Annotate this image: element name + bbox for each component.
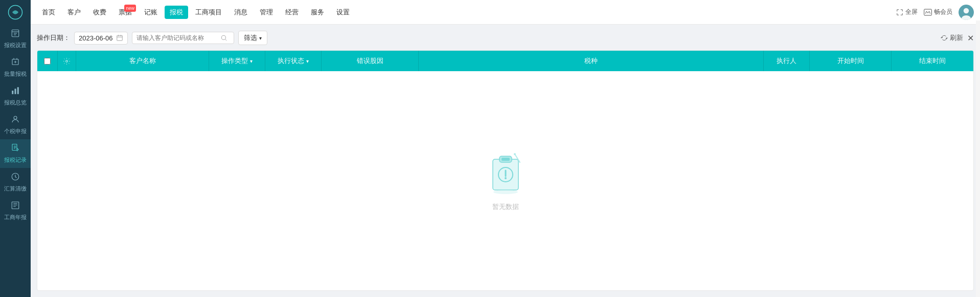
filter-button[interactable]: 筛选 ▾ (238, 31, 267, 45)
baoshui-shezhi-icon (11, 29, 20, 40)
sidebar-item-label: 报税总览 (4, 99, 27, 107)
vip-icon (924, 9, 932, 16)
sidebar-item-baoshui-shezhi[interactable]: 报税设置 (0, 25, 31, 53)
search-input[interactable] (136, 34, 218, 41)
table-body: 暂无数据 (37, 71, 973, 290)
sidebar-item-baoshui-zonglam[interactable]: 报税总览 (0, 82, 31, 111)
sidebar-item-piliang-baoshui[interactable]: 批量报税 (0, 53, 31, 82)
th-name: 客户名称 (76, 51, 209, 71)
sidebar-item-label: 工商年报 (4, 214, 27, 221)
toolbar-right: 刷新 ✕ (941, 33, 974, 43)
svg-rect-17 (117, 35, 122, 40)
nav-item-jizhang[interactable]: 记账 (139, 6, 163, 19)
nav-item-gongshang-xiangmu[interactable]: 工商项目 (190, 6, 227, 19)
empty-svg (485, 150, 526, 196)
nav-item-piaoju[interactable]: 票据 new (113, 6, 137, 19)
geshuishen-bao-icon (11, 115, 20, 126)
date-value: 2023-06-06 (79, 34, 113, 42)
nav-item-fuwu[interactable]: 服务 (306, 6, 329, 19)
nav-item-kehu[interactable]: 客户 (62, 6, 86, 19)
filter-label: 筛选 (244, 33, 257, 43)
sidebar-item-label: 个税申报 (4, 128, 27, 135)
select-all-checkbox[interactable] (44, 58, 51, 65)
th-optype[interactable]: 操作类型 ▾ (209, 51, 265, 71)
vip-button[interactable]: 畅会员 (924, 8, 952, 16)
content-area: 操作日期： 2023-06-06 筛选 ▾ (31, 25, 980, 297)
th-settings[interactable] (58, 51, 76, 71)
chevron-down-icon: ▾ (259, 35, 262, 41)
main-area: 首页 客户 收费 票据 new 记账 报税 工商项目 消息 管理 经营 服务 设… (31, 0, 980, 297)
topnav-right: 全屏 畅会员 (896, 5, 974, 20)
th-checkbox[interactable] (37, 51, 58, 71)
new-badge: new (124, 5, 136, 12)
svg-rect-13 (924, 9, 932, 15)
nav-item-jingying[interactable]: 经营 (280, 6, 304, 19)
optype-filter-icon: ▾ (250, 58, 253, 64)
toolbar: 操作日期： 2023-06-06 筛选 ▾ (37, 31, 974, 45)
fullscreen-button[interactable]: 全屏 (896, 8, 918, 16)
svg-point-15 (964, 8, 969, 13)
sidebar-item-baoshui-jilu[interactable]: 报税记录 (0, 139, 31, 168)
th-exstate[interactable]: 执行状态 ▾ (265, 51, 322, 71)
svg-point-28 (493, 190, 518, 194)
svg-rect-6 (12, 91, 13, 94)
sidebar-item-geshuishen-bao[interactable]: 个税申报 (0, 111, 31, 139)
sidebar-item-label: 报税记录 (4, 156, 27, 164)
nav-item-baoshui[interactable]: 报税 (165, 6, 188, 19)
th-taxtype: 税种 (419, 51, 764, 71)
svg-rect-8 (17, 87, 19, 94)
huisuan-jiaona-icon (11, 172, 20, 183)
baoshui-zonglam-icon (11, 86, 20, 97)
refresh-button[interactable]: 刷新 (941, 33, 963, 43)
svg-point-27 (514, 153, 516, 155)
sidebar-item-label: 批量报税 (4, 70, 27, 78)
nav-item-shouye[interactable]: 首页 (37, 6, 60, 19)
avatar[interactable] (959, 5, 974, 20)
nav-item-shezhi[interactable]: 设置 (331, 6, 355, 19)
sidebar-logo[interactable] (0, 0, 31, 25)
sidebar-item-gongshang-nianbao[interactable]: 工商年报 (0, 197, 31, 225)
calendar-icon (116, 34, 123, 41)
sidebar-item-huisuan-jiaona[interactable]: 汇算清缴 (0, 168, 31, 197)
piliang-baoshui-icon (11, 57, 20, 69)
sidebar-item-label: 汇算清缴 (4, 185, 27, 193)
th-endtime: 结束时间 (892, 51, 973, 71)
date-picker[interactable]: 2023-06-06 (74, 32, 128, 45)
sidebar: 报税设置 批量报税 报税总览 个税申报 (0, 0, 31, 297)
svg-point-25 (505, 177, 507, 179)
close-button[interactable]: ✕ (967, 33, 974, 43)
table-container: 客户名称 操作类型 ▾ 执行状态 ▾ 错误股因 税种 执行人 (37, 50, 974, 291)
refresh-icon (941, 34, 948, 41)
empty-text: 暂无数据 (492, 202, 519, 211)
svg-point-18 (221, 35, 225, 39)
svg-rect-12 (12, 202, 19, 209)
exstate-filter-icon: ▾ (306, 58, 309, 64)
settings-icon (63, 57, 71, 65)
search-box[interactable] (132, 32, 234, 44)
nav-item-shoufi[interactable]: 收费 (88, 6, 111, 19)
nav-item-guanli[interactable]: 管理 (255, 6, 278, 19)
table-header: 客户名称 操作类型 ▾ 执行状态 ▾ 错误股因 税种 执行人 (37, 51, 973, 71)
th-executor: 执行人 (764, 51, 810, 71)
svg-rect-22 (502, 158, 510, 161)
svg-point-19 (66, 60, 68, 62)
fullscreen-icon (896, 9, 903, 16)
sidebar-item-label: 报税设置 (4, 41, 27, 49)
svg-point-9 (14, 116, 17, 119)
nav-item-xiaoxi[interactable]: 消息 (229, 6, 253, 19)
date-label: 操作日期： (37, 33, 70, 43)
th-starttime: 开始时间 (810, 51, 892, 71)
svg-rect-7 (15, 89, 16, 94)
refresh-label: 刷新 (950, 33, 963, 43)
baoshui-jilu-icon (11, 143, 20, 155)
search-icon (220, 34, 227, 41)
topnav: 首页 客户 收费 票据 new 记账 报税 工商项目 消息 管理 经营 服务 设… (31, 0, 980, 25)
gongshang-nianbao-icon (11, 201, 20, 212)
empty-illustration (485, 150, 526, 196)
avatar-image (959, 5, 974, 20)
th-errreason: 错误股因 (322, 51, 419, 71)
